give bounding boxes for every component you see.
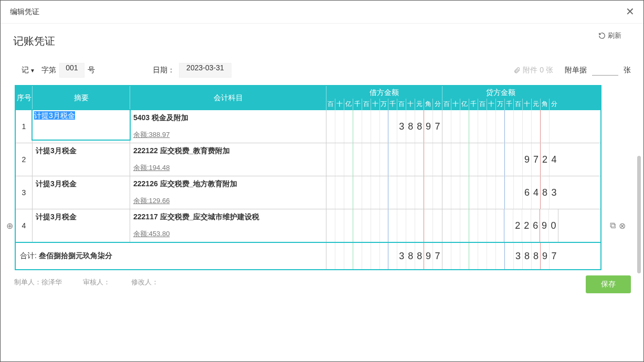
subject-cell[interactable]: 5403 税金及附加余额:388.97 xyxy=(130,110,326,143)
scrollbar[interactable] xyxy=(637,156,641,273)
summary-cell[interactable]: 计提3月税金 xyxy=(33,209,130,242)
digit-cell xyxy=(353,110,362,143)
total-debit: 38897 xyxy=(326,243,442,269)
save-button[interactable]: 保存 xyxy=(586,275,631,293)
voucher-type-select[interactable]: 记 ▼ xyxy=(18,63,38,77)
summary-cell[interactable]: 计提3月税金 xyxy=(33,110,130,143)
debit-cell[interactable] xyxy=(326,143,442,176)
digit-cell xyxy=(550,110,558,143)
digit-cell xyxy=(371,176,380,209)
digit-cell xyxy=(505,110,514,143)
chevron-down-icon: ▼ xyxy=(30,68,35,73)
debit-cell[interactable] xyxy=(326,209,442,242)
unit-cell: 百 xyxy=(442,99,451,110)
modifier-label: 修改人： xyxy=(131,278,159,286)
date-input[interactable]: 2023-03-31 xyxy=(179,63,231,78)
refresh-icon xyxy=(598,32,606,39)
voucher-number-input[interactable]: 001 xyxy=(59,63,85,78)
digit-cell xyxy=(469,143,478,176)
subject-balance[interactable]: 余额:129.66 xyxy=(133,196,323,206)
digit-cell: 7 xyxy=(433,110,442,143)
refresh-button[interactable]: 刷新 xyxy=(598,31,621,40)
digit-cell xyxy=(469,110,478,143)
digit-cell xyxy=(496,243,505,269)
subject-cell[interactable]: 222122 应交税费_教育费附加余额:194.48 xyxy=(130,143,326,176)
digit-cell xyxy=(362,209,371,242)
subject-cell[interactable]: 222117 应交税费_应交城市维护建设税余额:453.80 xyxy=(130,209,326,242)
subject-name: 5403 税金及附加 xyxy=(133,113,323,123)
table-row: 4计提3月税金222117 应交税费_应交城市维护建设税余额:453.80226… xyxy=(16,209,600,242)
digit-cell xyxy=(388,243,397,269)
digit-cell: 9 xyxy=(424,110,433,143)
digit-cell xyxy=(397,143,406,176)
unit-cell: 十 xyxy=(335,99,344,110)
total-chinese: 叁佰捌拾捌元玖角柒分 xyxy=(39,251,112,261)
digit-cell xyxy=(451,110,460,143)
col-index: 序号 xyxy=(16,86,33,110)
modifier-field: 修改人： xyxy=(131,278,159,287)
copy-row-icon[interactable]: ⧉ xyxy=(610,221,616,231)
credit-cell[interactable]: 22690 xyxy=(442,209,558,242)
add-row-icon[interactable]: ⊕ xyxy=(6,221,13,231)
subject-balance[interactable]: 余额:194.48 xyxy=(133,163,323,173)
summary-text-selected[interactable]: 计提3月税金 xyxy=(34,111,75,120)
row-index: 1 xyxy=(16,110,33,143)
digit-cell xyxy=(442,110,451,143)
delete-row-icon[interactable]: ⊗ xyxy=(619,221,626,231)
debit-cell[interactable] xyxy=(326,176,442,209)
unit-cell: 百 xyxy=(362,99,371,110)
summary-cell[interactable]: 计提3月税金 xyxy=(33,176,130,209)
digit-cell xyxy=(487,143,496,176)
credit-cell[interactable] xyxy=(442,110,558,143)
attach-doc-count-input[interactable] xyxy=(592,65,618,76)
attachment-link[interactable]: 附件 0 张 xyxy=(513,66,553,75)
unit-cell: 百 xyxy=(397,99,406,110)
digit-cell: 8 xyxy=(532,243,541,269)
total-label: 合计: xyxy=(20,251,37,261)
unit-cell: 千 xyxy=(388,99,397,110)
close-icon[interactable]: ✕ xyxy=(626,5,635,18)
digit-cell xyxy=(424,143,433,176)
digit-cell xyxy=(353,143,362,176)
debit-cell[interactable]: 38897 xyxy=(326,110,442,143)
digit-cell xyxy=(469,176,478,209)
zhang-label: 张 xyxy=(624,66,631,75)
unit-cell: 元 xyxy=(532,99,541,110)
digit-cell xyxy=(487,110,496,143)
digit-cell xyxy=(487,176,496,209)
unit-cell: 十 xyxy=(371,99,380,110)
digit-cell: 2 xyxy=(513,209,522,242)
digit-cell: 3 xyxy=(397,110,406,143)
row-index: 2 xyxy=(16,143,33,176)
digit-cell xyxy=(496,176,505,209)
attachment-count-text: 附件 0 张 xyxy=(523,66,553,75)
digit-cell xyxy=(344,143,353,176)
credit-cell[interactable]: 6483 xyxy=(442,176,558,209)
digit-cell xyxy=(406,143,415,176)
row-index: 3 xyxy=(16,176,33,209)
summary-cell[interactable]: 计提3月税金 xyxy=(33,143,130,176)
digit-cell xyxy=(505,143,514,176)
digit-cell xyxy=(451,209,460,242)
credit-cell[interactable]: 9724 xyxy=(442,143,558,176)
unit-cell: 十 xyxy=(406,99,415,110)
digit-cell xyxy=(353,176,362,209)
digit-cell xyxy=(505,176,514,209)
maker-field: 制单人：徐泽华 xyxy=(14,278,62,287)
digit-cell xyxy=(442,243,451,269)
maker-label: 制单人： xyxy=(14,278,41,286)
unit-cell: 分 xyxy=(550,99,558,110)
subject-balance[interactable]: 余额:388.97 xyxy=(133,130,323,140)
unit-cell: 十 xyxy=(487,99,496,110)
digit-cell xyxy=(326,143,335,176)
auditor-field: 审核人： xyxy=(83,278,110,287)
digit-cell xyxy=(541,110,550,143)
subject-cell[interactable]: 222126 应交税费_地方教育附加余额:129.66 xyxy=(130,176,326,209)
digit-cell xyxy=(469,243,478,269)
digit-cell: 2 xyxy=(522,209,531,242)
digit-cell xyxy=(478,143,487,176)
subject-balance[interactable]: 余额:453.80 xyxy=(133,229,323,239)
digit-cell: 8 xyxy=(406,110,415,143)
digit-cell xyxy=(380,243,389,269)
unit-cell: 亿 xyxy=(460,99,469,110)
